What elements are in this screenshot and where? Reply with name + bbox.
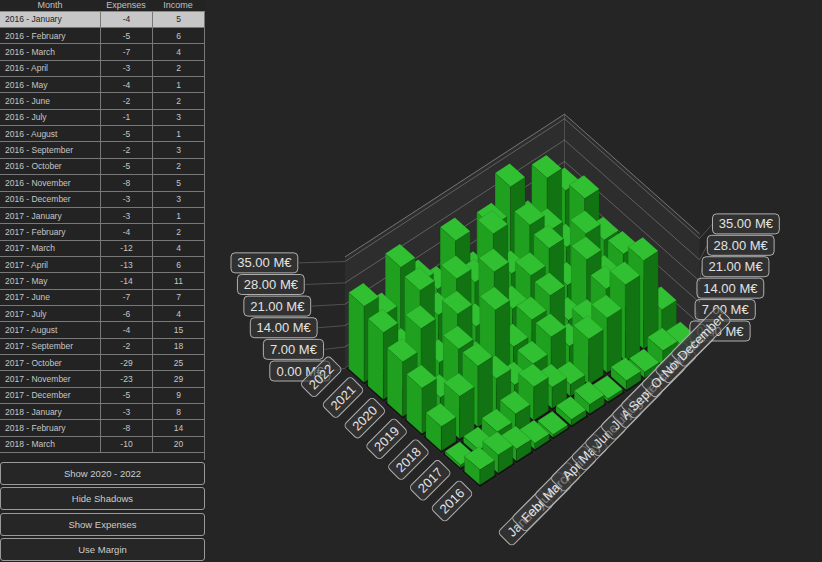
cell-income: 6 bbox=[152, 28, 204, 43]
table-row[interactable]: 2016 - April-32 bbox=[0, 61, 205, 77]
cell-income: 5 bbox=[152, 12, 204, 27]
value-axis-label-right: 21.00 M€ bbox=[702, 257, 769, 277]
cell-income: 3 bbox=[152, 192, 204, 207]
table-row[interactable]: 2017 - July-64 bbox=[0, 306, 205, 322]
cell-month: 2017 - December bbox=[0, 388, 100, 403]
table-row[interactable]: 2017 - May-1411 bbox=[0, 273, 205, 289]
cell-expenses: -4 bbox=[100, 224, 152, 239]
table-row[interactable]: 2016 - February-56 bbox=[0, 28, 205, 44]
table-row[interactable]: 2018 - March-1020 bbox=[0, 437, 205, 453]
table-header: Month Expenses Income bbox=[0, 0, 205, 12]
value-axis-label-left-text: 28.00 M€ bbox=[244, 277, 299, 292]
cell-income: 6 bbox=[152, 257, 204, 272]
table-row[interactable]: 2017 - September-218 bbox=[0, 339, 205, 355]
cell-month: 2017 - January bbox=[0, 208, 100, 223]
table-row[interactable]: 2016 - September-23 bbox=[0, 142, 205, 158]
value-axis-label-left: 7.00 M€ bbox=[263, 339, 323, 359]
cell-income: 9 bbox=[152, 388, 204, 403]
cell-income: 7 bbox=[152, 290, 204, 305]
cell-expenses: -3 bbox=[100, 404, 152, 419]
cell-income: 3 bbox=[152, 110, 204, 125]
cell-expenses: -1 bbox=[100, 110, 152, 125]
chart-canvas[interactable]: 0.00 M€7.00 M€14.00 M€21.00 M€28.00 M€35… bbox=[205, 0, 822, 562]
cell-income: 1 bbox=[152, 77, 204, 92]
cell-income: 1 bbox=[152, 208, 204, 223]
table-row[interactable]: 2017 - December-59 bbox=[0, 388, 205, 404]
bar-face-left bbox=[349, 293, 364, 383]
cell-expenses: -5 bbox=[100, 388, 152, 403]
table-body: 2016 - January-452016 - February-562016 … bbox=[0, 12, 205, 453]
table-row[interactable]: 2017 - August-415 bbox=[0, 322, 205, 338]
cell-expenses: -3 bbox=[100, 192, 152, 207]
table-row[interactable]: 2017 - March-124 bbox=[0, 241, 205, 257]
table-row[interactable]: 2017 - February-42 bbox=[0, 224, 205, 240]
cell-expenses: -8 bbox=[100, 175, 152, 190]
cell-expenses: -12 bbox=[100, 241, 152, 256]
cell-income: 14 bbox=[152, 420, 204, 435]
table-row[interactable]: 2017 - January-31 bbox=[0, 208, 205, 224]
cell-month: 2017 - July bbox=[0, 306, 100, 321]
table-row[interactable]: 2016 - November-85 bbox=[0, 175, 205, 191]
cell-month: 2017 - August bbox=[0, 322, 100, 337]
value-axis-label-left-text: 35.00 M€ bbox=[237, 255, 292, 270]
table-row[interactable]: 2017 - June-77 bbox=[0, 290, 205, 306]
left-axis-tick bbox=[318, 326, 345, 328]
table-row[interactable]: 2016 - December-33 bbox=[0, 192, 205, 208]
left-axis-tick bbox=[299, 262, 345, 263]
table-row[interactable]: 2018 - February-814 bbox=[0, 420, 205, 436]
value-axis-label-left-text: 21.00 M€ bbox=[250, 299, 305, 314]
hide-shadows-button[interactable]: Hide Shadows bbox=[0, 487, 205, 510]
cell-month: 2016 - February bbox=[0, 28, 100, 43]
table-row[interactable]: 2016 - June-22 bbox=[0, 93, 205, 109]
table-row[interactable]: 2016 - March-74 bbox=[0, 44, 205, 60]
cell-income: 4 bbox=[152, 241, 204, 256]
value-axis-label-right: 35.00 M€ bbox=[713, 214, 780, 234]
cell-expenses: -2 bbox=[100, 339, 152, 354]
cell-month: 2018 - January bbox=[0, 404, 100, 419]
table-row[interactable]: 2017 - October-2925 bbox=[0, 355, 205, 371]
table-row[interactable]: 2017 - April-136 bbox=[0, 257, 205, 273]
cell-expenses: -2 bbox=[100, 93, 152, 108]
table-row[interactable]: 2016 - October-52 bbox=[0, 159, 205, 175]
table-row[interactable]: 2018 - January-38 bbox=[0, 404, 205, 420]
cell-income: 1 bbox=[152, 126, 204, 141]
cell-income: 3 bbox=[152, 142, 204, 157]
cell-month: 2017 - May bbox=[0, 273, 100, 288]
value-axis-label-left: 14.00 M€ bbox=[250, 318, 317, 338]
value-axis-label-left: 21.00 M€ bbox=[244, 296, 311, 316]
table-row[interactable]: 2016 - January-45 bbox=[0, 12, 205, 28]
cell-expenses: -3 bbox=[100, 208, 152, 223]
use-margin-button[interactable]: Use Margin bbox=[0, 538, 205, 561]
cell-expenses: -4 bbox=[100, 322, 152, 337]
cell-month: 2017 - March bbox=[0, 241, 100, 256]
cell-expenses: -5 bbox=[100, 159, 152, 174]
show-expenses-button[interactable]: Show Expenses bbox=[0, 513, 205, 536]
value-axis-label-right: 14.00 M€ bbox=[697, 278, 764, 298]
value-axis-label-right-text: 35.00 M€ bbox=[719, 216, 774, 231]
cell-expenses: -2 bbox=[100, 142, 152, 157]
cell-income: 15 bbox=[152, 322, 204, 337]
cell-month: 2016 - June bbox=[0, 93, 100, 108]
cell-month: 2018 - February bbox=[0, 420, 100, 435]
table-row[interactable]: 2017 - November-2329 bbox=[0, 371, 205, 387]
cell-income: 2 bbox=[152, 61, 204, 76]
cell-month: 2016 - October bbox=[0, 159, 100, 174]
value-axis-label-left: 28.00 M€ bbox=[237, 274, 304, 294]
cell-expenses: -4 bbox=[100, 77, 152, 92]
cell-expenses: -29 bbox=[100, 355, 152, 370]
cell-month: 2016 - July bbox=[0, 110, 100, 125]
left-axis-tick bbox=[305, 283, 345, 285]
value-axis-label-right: 28.00 M€ bbox=[707, 235, 774, 255]
show-years-button[interactable]: Show 2020 - 2022 bbox=[0, 462, 205, 485]
cell-expenses: -7 bbox=[100, 290, 152, 305]
cell-expenses: -7 bbox=[100, 44, 152, 59]
table-row[interactable]: 2016 - August-51 bbox=[0, 126, 205, 142]
cell-expenses: -4 bbox=[100, 12, 152, 27]
cell-expenses: -10 bbox=[100, 437, 152, 452]
value-axis-label-right-text: 28.00 M€ bbox=[714, 238, 769, 253]
cell-income: 2 bbox=[152, 93, 204, 108]
cell-month: 2017 - April bbox=[0, 257, 100, 272]
cell-month: 2017 - February bbox=[0, 224, 100, 239]
table-row[interactable]: 2016 - May-41 bbox=[0, 77, 205, 93]
table-row[interactable]: 2016 - July-13 bbox=[0, 110, 205, 126]
